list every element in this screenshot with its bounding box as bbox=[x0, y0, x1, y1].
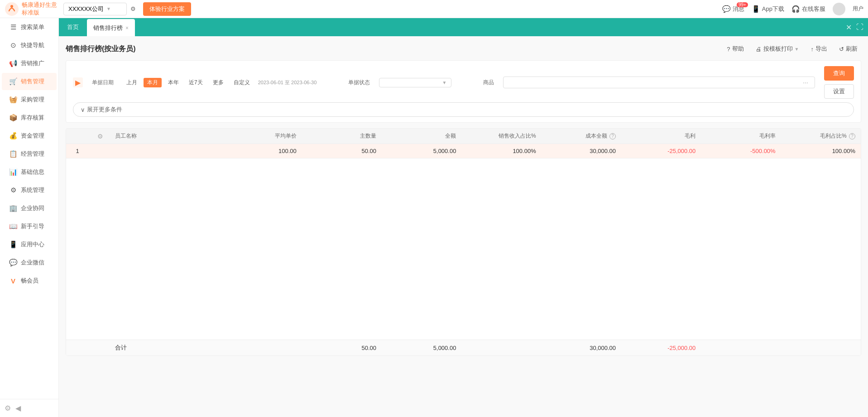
sidebar-item-wechat[interactable]: 💬 企业微信 bbox=[2, 254, 57, 271]
date-current-year[interactable]: 本年 bbox=[164, 78, 182, 87]
sidebar-item-basic[interactable]: 📊 基础信息 bbox=[2, 163, 57, 181]
status-select[interactable]: ▼ bbox=[379, 78, 451, 87]
expand-label: 展开更多条件 bbox=[87, 105, 122, 114]
goods-label: 商品 bbox=[483, 79, 494, 86]
basic-icon: 📊 bbox=[9, 168, 17, 176]
sidebar-item-finance[interactable]: 💰 资金管理 bbox=[2, 127, 57, 144]
date-last7[interactable]: 近7天 bbox=[185, 78, 206, 87]
help-button[interactable]: ? 帮助 bbox=[723, 43, 747, 55]
wechat-icon: 💬 bbox=[9, 259, 17, 267]
sidebar-item-vip[interactable]: V 畅会员 bbox=[2, 272, 57, 289]
app-download-item[interactable]: 📱 App下载 bbox=[752, 5, 784, 13]
date-more[interactable]: 更多 bbox=[209, 78, 227, 87]
footer-cost: 30,000.00 bbox=[542, 345, 621, 351]
sidebar-label-search: 搜索菜单 bbox=[21, 23, 44, 31]
chevron-down-icon: ▼ bbox=[106, 6, 111, 11]
cost-help-icon[interactable]: ? bbox=[609, 133, 616, 139]
sidebar-item-system[interactable]: ⚙ 系统管理 bbox=[2, 182, 57, 199]
date-label: 单据日期 bbox=[92, 79, 114, 86]
avatar[interactable] bbox=[833, 3, 845, 15]
export-button[interactable]: ↑ 导出 bbox=[807, 43, 831, 55]
company-name: XXXXXX公司 bbox=[68, 5, 104, 13]
settings-icon[interactable]: ⚙ bbox=[127, 3, 139, 15]
col-header-qty: 主数量 bbox=[302, 132, 382, 140]
try-industry-button[interactable]: 体验行业方案 bbox=[143, 2, 191, 16]
table-row[interactable]: 1 100.00 50.00 5,000.00 100.00% 30,000.0… bbox=[66, 144, 861, 158]
tab-home[interactable]: 首页 bbox=[59, 18, 87, 36]
print-dropdown-icon: ▼ bbox=[795, 47, 799, 52]
page-title: 销售排行榜(按业务员) bbox=[66, 44, 136, 54]
sidebar-item-search[interactable]: ☰ 搜索菜单 bbox=[2, 19, 57, 36]
headset-icon: 🎧 bbox=[791, 5, 800, 13]
col-header-gross: 毛利 bbox=[621, 132, 701, 140]
sidebar-label-vip: 畅会员 bbox=[21, 277, 38, 285]
row-cost: 30,000.00 bbox=[542, 148, 621, 154]
online-service-label: 在线客服 bbox=[802, 5, 825, 13]
sidebar-item-operations[interactable]: 📋 经营管理 bbox=[2, 145, 57, 163]
tab-bar-controls: ✕ ⛶ bbox=[846, 23, 868, 32]
col-header-gross-rate: 毛利率 bbox=[701, 132, 781, 140]
col-header-name: 员工名称 bbox=[111, 132, 222, 140]
sidebar-item-apps[interactable]: 📱 应用中心 bbox=[2, 236, 57, 253]
refresh-button[interactable]: ↺ 刷新 bbox=[835, 43, 861, 55]
date-custom[interactable]: 自定义 bbox=[230, 78, 254, 87]
footer-amount: 5,000.00 bbox=[382, 345, 461, 351]
print-button[interactable]: 🖨 按模板打印 ▼ bbox=[752, 43, 803, 55]
filter-toggle-icon[interactable]: ▶ bbox=[73, 77, 83, 87]
sidebar-item-enterprise[interactable]: 🏢 企业协同 bbox=[2, 200, 57, 217]
message-icon: 💬 bbox=[722, 5, 731, 13]
export-icon: ↑ bbox=[811, 46, 814, 53]
maximize-icon[interactable]: ⛶ bbox=[856, 23, 863, 31]
status-dropdown-icon: ▼ bbox=[442, 80, 446, 85]
sidebar-label-apps: 应用中心 bbox=[21, 240, 44, 249]
company-selector[interactable]: XXXXXX公司 ▼ bbox=[63, 3, 127, 15]
date-range-display: 2023-06-01 至 2023-06-30 bbox=[258, 79, 317, 86]
sidebar-bottom: ⚙ ◀ bbox=[0, 399, 58, 417]
date-current-month[interactable]: 本月 bbox=[144, 78, 162, 87]
row-gross-rate: -500.00% bbox=[701, 148, 781, 154]
sidebar-item-guide[interactable]: 📖 新手引导 bbox=[2, 218, 57, 235]
sidebar-label-wechat: 企业微信 bbox=[21, 259, 44, 267]
query-button[interactable]: 查询 bbox=[824, 66, 854, 81]
col-header-avg-price: 平均单价 bbox=[222, 132, 302, 140]
col-header-amount: 全额 bbox=[382, 132, 461, 140]
table-header: ⚙ 员工名称 平均单价 主数量 全额 销售收入占比% 成本全额 ? 毛利 毛利率 bbox=[66, 129, 861, 144]
table-footer: 合计 50.00 5,000.00 30,000.00 -25,000.00 bbox=[66, 340, 861, 355]
status-label: 单据状态 bbox=[348, 79, 370, 86]
online-service-item[interactable]: 🎧 在线客服 bbox=[791, 5, 825, 13]
settings-button[interactable]: 设置 bbox=[824, 84, 854, 99]
sidebar-item-shortcut[interactable]: ⊙ 快捷导航 bbox=[2, 37, 57, 54]
page-content: 销售排行榜(按业务员) ? 帮助 🖨 按模板打印 ▼ ↑ bbox=[59, 36, 868, 417]
page-header-actions: ? 帮助 🖨 按模板打印 ▼ ↑ 导出 ↺ bbox=[723, 43, 861, 55]
sidebar-item-sales[interactable]: 🛒 销售管理 bbox=[2, 73, 57, 90]
table-settings-icon[interactable]: ⚙ bbox=[97, 133, 103, 140]
sidebar-item-marketing[interactable]: 📢 营销推广 bbox=[2, 55, 57, 72]
gross-pct-help-icon[interactable]: ? bbox=[849, 133, 855, 139]
marketing-icon: 📢 bbox=[9, 59, 17, 67]
message-badge: 99+ bbox=[737, 2, 748, 7]
bottom-settings-icon[interactable]: ⚙ bbox=[5, 404, 11, 412]
sidebar-item-inventory[interactable]: 📦 库存核算 bbox=[2, 109, 57, 126]
sidebar-label-finance: 资金管理 bbox=[21, 132, 44, 140]
date-last-month[interactable]: 上月 bbox=[123, 78, 141, 87]
query-column: 查询 设置 bbox=[824, 66, 854, 99]
sidebar-item-purchase[interactable]: 🧺 采购管理 bbox=[2, 91, 57, 108]
filter-area: ▶ 单据日期 上月 本月 本年 近7天 更多 自定义 2023-06-01 至 … bbox=[66, 60, 861, 123]
goods-input[interactable]: ··· bbox=[503, 77, 815, 88]
sidebar-label-sales: 销售管理 bbox=[21, 77, 44, 86]
tab-sales-ranking[interactable]: 销售排行榜 × bbox=[87, 19, 135, 37]
tab-close-icon[interactable]: × bbox=[125, 25, 129, 31]
bottom-collapse-icon[interactable]: ◀ bbox=[15, 404, 21, 412]
sidebar-label-shortcut: 快捷导航 bbox=[21, 41, 44, 49]
finance-icon: 💰 bbox=[9, 132, 17, 140]
message-item[interactable]: 💬 消息 99+ bbox=[722, 5, 744, 13]
expand-more-button[interactable]: ∨ 展开更多条件 bbox=[73, 102, 854, 117]
col-header-settings[interactable]: ⚙ bbox=[89, 133, 111, 140]
sidebar-label-inventory: 库存核算 bbox=[21, 114, 44, 122]
row-avg-price: 100.00 bbox=[222, 148, 302, 154]
sales-icon: 🛒 bbox=[9, 77, 17, 86]
logo-line1: 畅康通好生意 bbox=[22, 1, 57, 9]
close-window-icon[interactable]: ✕ bbox=[846, 23, 852, 32]
goods-ellipsis-icon[interactable]: ··· bbox=[801, 79, 810, 86]
sidebar-label-marketing: 营销推广 bbox=[21, 59, 44, 67]
